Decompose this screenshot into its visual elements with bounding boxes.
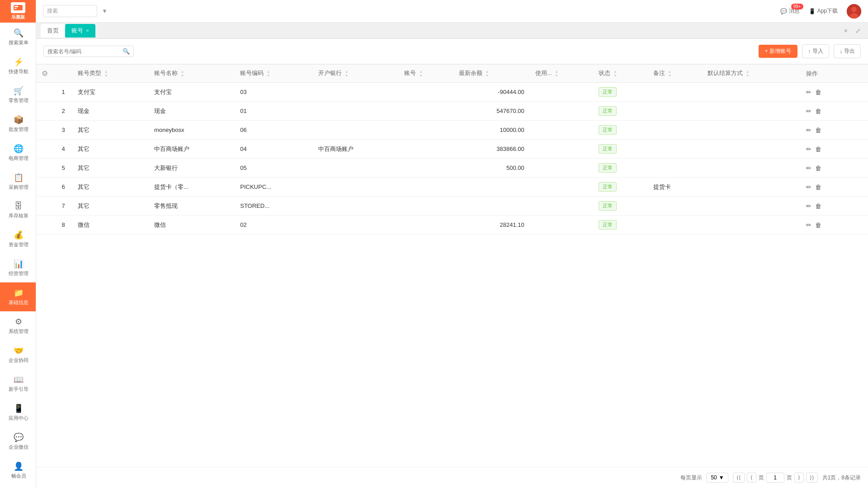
delete-button[interactable]: 🗑 — [815, 89, 821, 96]
first-page-button[interactable]: ⟨⟨ — [733, 473, 745, 483]
tab-account[interactable]: 账号 × — [65, 24, 95, 38]
page-number-input[interactable] — [766, 473, 784, 483]
row-account-no — [399, 121, 453, 140]
company-agreement-icon: 🤝 — [14, 346, 24, 356]
sidebar-item-basic-info[interactable]: 📁 基础信息 — [0, 282, 36, 311]
row-account-code: 05 — [235, 159, 313, 178]
row-account-code: PICKUPC... — [235, 178, 313, 197]
delete-button[interactable]: 🗑 — [815, 221, 821, 229]
user-avatar[interactable] — [847, 4, 861, 19]
sidebar-item-ecommerce[interactable]: 🌐 电商管理 — [0, 138, 36, 167]
tab-close-button[interactable]: × — [841, 26, 850, 35]
col-account-type[interactable]: 账号类型 ▲▼ — [72, 65, 149, 83]
search-input[interactable] — [47, 48, 120, 55]
table-row: 3 其它 moneybosx 06 10000.00 正常 ✏ 🗑 — [36, 121, 868, 140]
delete-button[interactable]: 🗑 — [815, 108, 821, 115]
sidebar-item-member[interactable]: 👤 畅会员 — [0, 456, 36, 485]
table-settings-icon[interactable]: ⚙ — [42, 70, 48, 77]
purchase-icon: 📋 — [14, 173, 24, 183]
sidebar-item-operations[interactable]: 📊 经营管理 — [0, 253, 36, 282]
col-balance[interactable]: 最新余额 ▲▼ — [453, 65, 530, 83]
edit-button[interactable]: ✏ — [806, 221, 811, 229]
edit-button[interactable]: ✏ — [806, 127, 811, 134]
row-num: 8 — [54, 216, 72, 235]
edit-button[interactable]: ✏ — [806, 202, 811, 210]
sidebar-item-search-menu[interactable]: 🔍 搜索菜单 — [0, 23, 36, 52]
delete-button[interactable]: 🗑 — [815, 183, 821, 191]
row-settings — [36, 140, 54, 159]
app-download-label: App下载 — [817, 7, 838, 15]
sort-icons-type: ▲▼ — [104, 70, 108, 78]
row-usage — [530, 121, 594, 140]
row-status: 正常 — [593, 102, 647, 121]
edit-button[interactable]: ✏ — [806, 89, 811, 96]
search-icon[interactable]: 🔍 — [123, 48, 130, 55]
export-button[interactable]: ↓ 导出 — [834, 44, 861, 58]
table-row: 8 微信 微信 02 28241.10 正常 ✏ 🗑 — [36, 216, 868, 235]
col-notes[interactable]: 备注 ▲▼ — [648, 65, 702, 83]
edit-button[interactable]: ✏ — [806, 108, 811, 115]
sidebar-item-system[interactable]: ⚙ 系统管理 — [0, 311, 36, 340]
row-status: 正常 — [593, 216, 647, 235]
add-account-button[interactable]: + 新增账号 — [759, 45, 797, 58]
row-default-payment — [702, 121, 800, 140]
row-bank — [313, 178, 399, 197]
wholesale-icon: 📦 — [14, 115, 24, 125]
sort-icons-account-no: ▲▼ — [419, 70, 423, 78]
sidebar-item-quick-nav[interactable]: ⚡ 快捷导航 — [0, 52, 36, 80]
message-button[interactable]: 💬 消息 99+ — [780, 7, 800, 15]
delete-button[interactable]: 🗑 — [815, 127, 821, 134]
row-bank — [313, 216, 399, 235]
edit-button[interactable]: ✏ — [806, 164, 811, 172]
next-page-button[interactable]: ⟩ — [794, 473, 804, 483]
sidebar-item-retail[interactable]: 🛒 零售管理 — [0, 80, 36, 109]
col-usage[interactable]: 使用... ▲▼ — [530, 65, 594, 83]
status-badge: 正常 — [599, 144, 617, 154]
col-account-no[interactable]: 账号 ▲▼ — [399, 65, 453, 83]
sidebar-item-guide[interactable]: 📖 新手引导 — [0, 369, 36, 398]
row-account-code: STORED... — [235, 197, 313, 216]
per-page-select[interactable]: 50 ▼ — [707, 473, 728, 483]
delete-button[interactable]: 🗑 — [815, 164, 821, 172]
sidebar-item-inventory[interactable]: 🗄 库存核算 — [0, 196, 36, 225]
row-actions: ✏ 🗑 — [801, 140, 868, 159]
prev-page-button[interactable]: ⟨ — [747, 473, 756, 483]
table-row: 1 支付宝 支付宝 03 -90444.00 正常 ✏ 🗑 — [36, 83, 868, 102]
capital-icon: 💰 — [14, 230, 24, 240]
col-account-name-label: 账号名称 — [154, 70, 178, 76]
sidebar-item-app-center-label: 应用中心 — [9, 415, 28, 422]
svg-rect-0 — [14, 5, 23, 10]
col-account-name[interactable]: 账号名称 ▲▼ — [149, 65, 235, 83]
sidebar-item-wholesale[interactable]: 📦 批发管理 — [0, 109, 36, 138]
app-download-button[interactable]: 📱 App下载 — [809, 7, 838, 15]
row-bank — [313, 102, 399, 121]
tab-expand-button[interactable]: ⤢ — [853, 26, 863, 35]
sidebar-item-company-wechat-label: 企业微信 — [9, 444, 28, 450]
edit-button[interactable]: ✏ — [806, 183, 811, 191]
tab-home[interactable]: 首页 — [41, 24, 65, 38]
col-bank[interactable]: 开户银行 ▲▼ — [313, 65, 399, 83]
sidebar-item-member-label: 畅会员 — [11, 473, 26, 479]
delete-button[interactable]: 🗑 — [815, 202, 821, 210]
import-button[interactable]: ↑ 导入 — [802, 44, 829, 58]
sidebar-item-purchase[interactable]: 📋 采购管理 — [0, 167, 36, 196]
header-dropdown-icon[interactable]: ▼ — [102, 8, 108, 14]
delete-button[interactable]: 🗑 — [815, 145, 821, 153]
tab-account-close[interactable]: × — [86, 28, 89, 34]
row-usage — [530, 159, 594, 178]
last-page-button[interactable]: ⟩⟩ — [806, 473, 818, 483]
top-search-input[interactable]: 搜索 — [43, 5, 97, 17]
col-account-code[interactable]: 账号编码 ▲▼ — [235, 65, 313, 83]
sidebar-item-company-wechat[interactable]: 💬 企业微信 — [0, 427, 36, 456]
sort-icons-payment: ▲▼ — [746, 70, 750, 78]
sort-icons-notes: ▲▼ — [668, 70, 671, 78]
import-label: 导入 — [812, 47, 823, 55]
sidebar-item-app-center[interactable]: 📱 应用中心 — [0, 398, 36, 427]
col-status[interactable]: 状态 ▲▼ — [593, 65, 647, 83]
sidebar-item-capital[interactable]: 💰 资金管理 — [0, 225, 36, 253]
row-account-type: 支付宝 — [72, 83, 149, 102]
col-default-payment[interactable]: 默认结算方式 ▲▼ — [702, 65, 800, 83]
edit-button[interactable]: ✏ — [806, 145, 811, 153]
sidebar-item-search-menu-label: 搜索菜单 — [9, 39, 28, 46]
sidebar-item-company-agreement[interactable]: 🤝 企业协同 — [0, 340, 36, 369]
